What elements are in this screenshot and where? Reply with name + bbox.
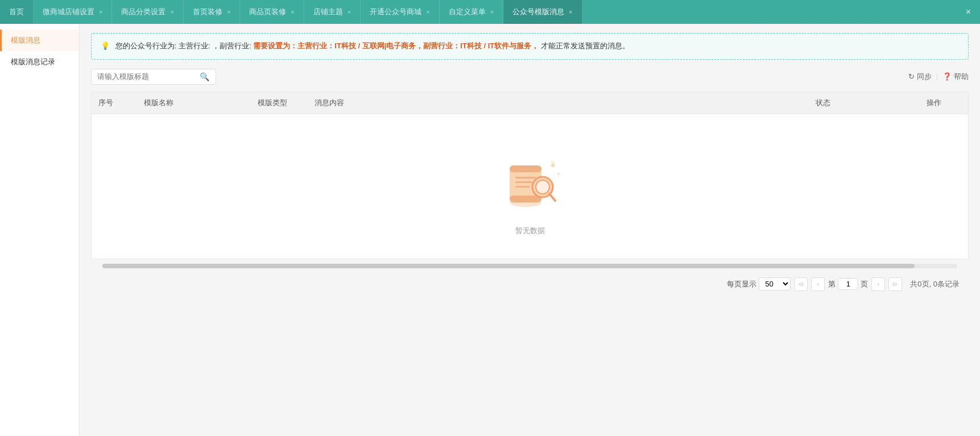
sidebar-item-template-message-record[interactable]: 模版消息记录: [0, 51, 79, 73]
help-button[interactable]: ❓ 帮助: [942, 72, 969, 82]
tab-shop-settings[interactable]: 微商城店铺设置 ×: [34, 0, 112, 24]
table-header: 序号 模版名称 模版类型 消息内容 状态 操作: [92, 92, 968, 114]
tab-category-settings-label: 商品分类设置: [121, 7, 166, 17]
table-wrap: 序号 模版名称 模版类型 消息内容 状态 操作: [91, 92, 969, 259]
tab-custom-menu-label: 自定义菜单: [449, 7, 486, 17]
page-first-button[interactable]: ⊲: [794, 277, 808, 291]
search-input[interactable]: [97, 72, 200, 81]
page-size-label: 每页显示: [727, 279, 756, 289]
tab-custom-menu-close[interactable]: ×: [490, 9, 494, 15]
col-header-content: 消息内容: [308, 98, 809, 108]
layout: 模版消息 模版消息记录 💡 您的公众号行业为: 主营行业: ，副营行业: 需要设…: [0, 24, 980, 436]
tab-custom-menu[interactable]: 自定义菜单 ×: [440, 0, 503, 24]
sidebar: 模版消息 模版消息记录: [0, 24, 80, 436]
svg-rect-4: [515, 177, 536, 178]
notice-icon: 💡: [101, 41, 110, 50]
tab-shop-theme[interactable]: 店铺主题 ×: [304, 0, 361, 24]
page-last-button[interactable]: ⊳: [888, 277, 902, 291]
tab-category-settings-close[interactable]: ×: [170, 9, 173, 15]
empty-state: 暂无数据: [92, 114, 968, 259]
tab-shop-settings-close[interactable]: ×: [99, 9, 102, 15]
notice-suffix: 才能正常发送预置的消息。: [541, 41, 630, 50]
tab-home-decoration-label: 首页装修: [193, 7, 222, 17]
tab-shop-theme-label: 店铺主题: [313, 7, 343, 17]
sync-icon: ↻: [908, 72, 915, 81]
col-header-type: 模版类型: [251, 98, 308, 108]
svg-rect-3: [510, 196, 541, 202]
toolbar-divider: |: [936, 72, 938, 81]
tab-home-label: 首页: [9, 7, 24, 17]
col-header-status: 状态: [809, 98, 900, 108]
page-number-input[interactable]: [838, 278, 858, 290]
main-content: 💡 您的公众号行业为: 主营行业: ，副营行业: 需要设置为：主营行业：IT科技…: [80, 24, 980, 436]
page-prev-button[interactable]: ‹: [811, 277, 825, 291]
tab-product-decoration[interactable]: 商品页装修 ×: [240, 0, 304, 24]
page-next-button[interactable]: ›: [871, 277, 885, 291]
tab-product-decoration-close[interactable]: ×: [291, 9, 294, 15]
tab-open-mall-label: 开通公众号商城: [370, 7, 421, 17]
total-text: 共0页, 0条记录: [910, 279, 960, 289]
sync-button[interactable]: ↻ 同步: [908, 72, 932, 82]
toolbar-right: ↻ 同步 | ❓ 帮助: [908, 72, 969, 82]
page-label-before: 第: [828, 279, 836, 289]
tab-home[interactable]: 首页: [0, 0, 34, 24]
page-size-select[interactable]: 50 20 100: [759, 277, 791, 290]
tab-template-message[interactable]: 公众号模版消息 ×: [503, 0, 582, 24]
tab-bar-close-all[interactable]: ×: [957, 0, 980, 24]
sidebar-item-template-message[interactable]: 模版消息: [0, 30, 79, 51]
svg-point-11: [557, 173, 560, 175]
toolbar: 🔍 ↻ 同步 | ❓ 帮助: [91, 69, 969, 85]
svg-point-8: [536, 180, 549, 194]
tab-open-mall-close[interactable]: ×: [426, 9, 429, 15]
tab-category-settings[interactable]: 商品分类设置 ×: [112, 0, 183, 24]
pagination: 每页显示 50 20 100 ⊲ ‹ 第 页 › ⊳ 共0页, 0条记录: [91, 273, 969, 298]
page-input-wrap: 第 页: [828, 278, 868, 290]
tab-home-decoration[interactable]: 首页装修 ×: [184, 0, 240, 24]
svg-rect-5: [515, 181, 532, 183]
scrollbar-thumb: [102, 264, 915, 268]
empty-text: 暂无数据: [515, 226, 545, 236]
col-header-action: 操作: [900, 98, 968, 108]
tab-shop-theme-close[interactable]: ×: [348, 9, 351, 15]
col-header-no: 序号: [92, 98, 137, 108]
tab-bar: 首页 微商城店铺设置 × 商品分类设置 × 首页装修 × 商品页装修 × 店铺主…: [0, 0, 980, 24]
help-icon: ❓: [942, 72, 952, 81]
tab-open-mall[interactable]: 开通公众号商城 ×: [361, 0, 439, 24]
tab-template-message-close[interactable]: ×: [569, 9, 572, 15]
search-icon[interactable]: 🔍: [200, 72, 209, 81]
empty-icon: [496, 148, 564, 217]
tab-home-decoration-close[interactable]: ×: [227, 9, 230, 15]
page-size-wrap: 每页显示 50 20 100: [727, 277, 791, 290]
svg-rect-2: [510, 165, 541, 172]
svg-line-9: [549, 194, 555, 201]
tab-product-decoration-label: 商品页装修: [249, 7, 286, 17]
help-label: 帮助: [954, 72, 969, 82]
sync-label: 同步: [917, 72, 932, 82]
tab-shop-settings-label: 微商城店铺设置: [43, 7, 94, 17]
scrollbar-area[interactable]: [102, 264, 957, 268]
col-header-name: 模版名称: [137, 98, 251, 108]
search-wrap: 🔍: [91, 69, 216, 85]
tab-template-message-label: 公众号模版消息: [512, 7, 564, 17]
page-label-after: 页: [861, 279, 868, 289]
notice-box: 💡 您的公众号行业为: 主营行业: ，副营行业: 需要设置为：主营行业：IT科技…: [91, 33, 969, 60]
notice-prefix: 您的公众号行业为: 主营行业: ，副营行业:: [115, 41, 251, 50]
notice-highlight: 需要设置为：主营行业：IT科技 / 互联网|电子商务，副营行业：IT科技 / I…: [253, 41, 539, 50]
svg-rect-6: [515, 186, 530, 188]
